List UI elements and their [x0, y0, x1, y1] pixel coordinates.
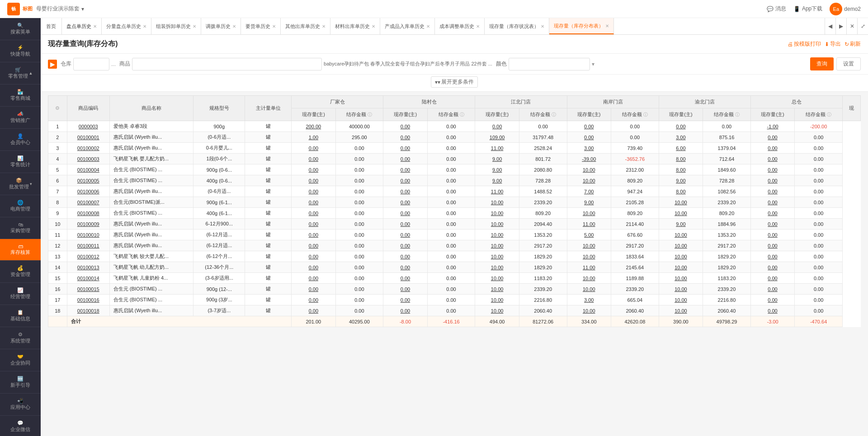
- cell-val[interactable]: 10.00: [659, 251, 703, 262]
- sidebar-item-wechat[interactable]: 💬 企业微信: [0, 416, 41, 436]
- cell-val[interactable]: 10.00: [475, 240, 519, 251]
- cell-code[interactable]: 00100010: [67, 230, 109, 240]
- info-icon[interactable]: ⓘ: [643, 112, 648, 117]
- cell-val[interactable]: 0.00: [567, 132, 611, 143]
- cell-val[interactable]: 0.00: [750, 284, 794, 295]
- cell-val[interactable]: 0.00: [750, 175, 794, 186]
- cell-val[interactable]: 10.00: [475, 208, 519, 219]
- tab-product-in[interactable]: 产成品入库单历史 ✕: [380, 18, 435, 34]
- cell-val[interactable]: 11.00: [567, 219, 611, 230]
- cell-val[interactable]: 10.00: [567, 305, 611, 316]
- cell-val[interactable]: 0.00: [750, 219, 794, 230]
- close-icon[interactable]: ✕: [541, 24, 544, 29]
- cell-code[interactable]: 00100002: [67, 143, 109, 154]
- product-input[interactable]: [132, 58, 322, 70]
- cell-val[interactable]: 9.00: [475, 154, 519, 164]
- close-icon[interactable]: ✕: [372, 24, 375, 29]
- export-button[interactable]: ⬇ 导出: [825, 40, 841, 48]
- cell-val[interactable]: -1.00: [750, 121, 794, 132]
- filter-toggle-button[interactable]: ▶: [48, 60, 57, 69]
- cell-code[interactable]: 00100001: [67, 132, 109, 143]
- cell-val[interactable]: 11.00: [475, 143, 519, 154]
- cell-val[interactable]: 9.00: [659, 219, 703, 230]
- cell-code[interactable]: 00100005: [67, 175, 109, 186]
- company-select[interactable]: 母婴行业演示陈套 ▾: [36, 5, 84, 13]
- tab-stock-status[interactable]: 现存量（库存状况表） ✕: [485, 18, 549, 34]
- cell-val[interactable]: 0.00: [383, 164, 427, 175]
- sidebar-item-basic[interactable]: 📋 基础信息: [0, 305, 41, 327]
- sidebar-item-inventory[interactable]: 🗃 库存核算: [0, 239, 41, 261]
- cell-val[interactable]: 10.00: [567, 251, 611, 262]
- cell-val[interactable]: 9.00: [475, 164, 519, 175]
- cell-val[interactable]: 0.00: [292, 284, 335, 295]
- cell-val[interactable]: 0.00: [383, 273, 427, 284]
- message-button[interactable]: 💬 消息: [767, 5, 786, 13]
- cell-val[interactable]: 5.00: [567, 230, 611, 240]
- cell-val[interactable]: 10.00: [567, 164, 611, 175]
- cell-val[interactable]: 0.00: [383, 251, 427, 262]
- tab-stock-distribution[interactable]: 现存量（库存分布表） ✕: [549, 18, 614, 34]
- cell-val[interactable]: 10.00: [659, 273, 703, 284]
- cell-val[interactable]: 10.00: [659, 262, 703, 273]
- cell-code[interactable]: 00100013: [67, 262, 109, 273]
- cell-val[interactable]: 0.00: [383, 208, 427, 219]
- cell-val[interactable]: 0.00: [750, 143, 794, 154]
- sidebar-item-app-center[interactable]: 📲 应用中心: [0, 394, 41, 416]
- cell-val[interactable]: 0.00: [292, 186, 335, 197]
- settings-icon[interactable]: ⚙: [55, 105, 60, 111]
- close-icon[interactable]: ✕: [143, 24, 146, 29]
- cell-val[interactable]: 0.00: [383, 230, 427, 240]
- cell-val[interactable]: 7.00: [567, 186, 611, 197]
- app-download-button[interactable]: 📱 App下载: [793, 5, 822, 13]
- settings-button[interactable]: 设置: [836, 57, 861, 70]
- cell-val[interactable]: 6.00: [659, 143, 703, 154]
- cell-val[interactable]: 8.00: [659, 164, 703, 175]
- cell-val[interactable]: 0.00: [750, 305, 794, 316]
- cell-val[interactable]: 0.00: [750, 262, 794, 273]
- cell-val[interactable]: 0.00: [292, 143, 335, 154]
- cell-val[interactable]: 0.00: [383, 175, 427, 186]
- cell-val[interactable]: 0.00: [383, 154, 427, 164]
- cell-code[interactable]: 00100011: [67, 240, 109, 251]
- cell-code[interactable]: 00100008: [67, 208, 109, 219]
- cell-val[interactable]: 0.00: [750, 164, 794, 175]
- tab-requisition[interactable]: 要货单历史 ✕: [241, 18, 281, 34]
- close-icon[interactable]: ✕: [272, 24, 276, 29]
- tab-partial-check[interactable]: 分量盘点单历史 ✕: [102, 18, 151, 34]
- cell-val[interactable]: 0.00: [750, 208, 794, 219]
- color-dropdown-icon[interactable]: ▾: [592, 61, 594, 67]
- cell-val[interactable]: 11.00: [567, 262, 611, 273]
- cell-val[interactable]: 0.00: [750, 295, 794, 305]
- warehouse-dots[interactable]: ...: [111, 61, 116, 67]
- sidebar-item-ecom[interactable]: 🌐 电商管理: [0, 195, 41, 217]
- cell-val[interactable]: 10.00: [475, 262, 519, 273]
- cell-val[interactable]: 0.00: [383, 305, 427, 316]
- cell-val[interactable]: 3.00: [659, 132, 703, 143]
- cell-val[interactable]: 10.00: [475, 295, 519, 305]
- sidebar-item-operations[interactable]: 📈 经营管理: [0, 283, 41, 305]
- tab-other-out[interactable]: 其他出库单历史 ✕: [281, 18, 330, 34]
- sidebar-item-member[interactable]: 👤 会员中心: [0, 129, 41, 151]
- th-settings[interactable]: ⚙: [48, 96, 67, 121]
- tab-cost-adjust[interactable]: 成本调整单历史 ✕: [435, 18, 485, 34]
- cell-val[interactable]: 10.00: [659, 197, 703, 208]
- cell-code[interactable]: 00100018: [67, 305, 109, 316]
- sidebar-item-quick-nav[interactable]: ⚡ 快捷导航: [0, 40, 41, 62]
- sidebar-item-search[interactable]: 🔍 搜索英单: [0, 18, 41, 40]
- cell-val[interactable]: -39.00: [567, 154, 611, 164]
- tab-inventory-check[interactable]: 盘点单历史 ✕: [62, 18, 102, 34]
- cell-code[interactable]: 00100009: [67, 219, 109, 230]
- cell-val[interactable]: 0.00: [750, 186, 794, 197]
- cell-val[interactable]: 3.00: [567, 295, 611, 305]
- cell-val[interactable]: 10.00: [567, 273, 611, 284]
- cell-val[interactable]: 0.00: [383, 143, 427, 154]
- cell-val[interactable]: 8.00: [659, 186, 703, 197]
- cell-val[interactable]: 0.00: [292, 164, 335, 175]
- cell-val[interactable]: 0.00: [292, 240, 335, 251]
- cell-val[interactable]: 109.00: [475, 132, 519, 143]
- cell-val[interactable]: 10.00: [659, 230, 703, 240]
- cell-val[interactable]: 10.00: [475, 197, 519, 208]
- cell-val[interactable]: 10.00: [659, 240, 703, 251]
- cell-val[interactable]: 10.00: [475, 284, 519, 295]
- cell-val[interactable]: 0.00: [292, 208, 335, 219]
